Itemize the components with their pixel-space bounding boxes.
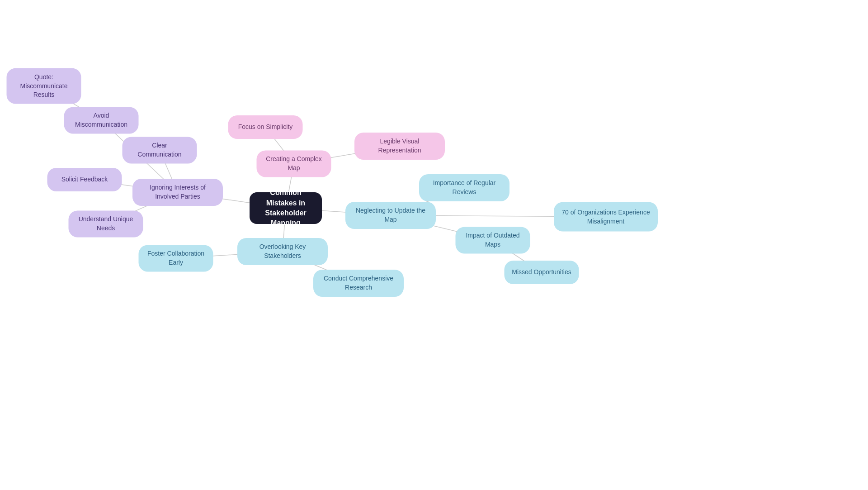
node-quote_misc[interactable]: Quote: Miscommunicate Results	[7, 68, 81, 104]
node-org_misalignment[interactable]: 70 of Organizations Experience Misalignm…	[554, 202, 658, 232]
node-legible_visual[interactable]: Legible Visual Representation	[354, 133, 445, 160]
node-impact_outdated[interactable]: Impact of Outdated Maps	[456, 227, 530, 253]
node-missed_opp[interactable]: Missed Opportunities	[505, 261, 579, 284]
mindmap-container: Common Mistakes in Stakeholder MappingCr…	[0, 0, 868, 490]
node-center[interactable]: Common Mistakes in Stakeholder Mapping	[250, 192, 322, 224]
node-avoid_misc[interactable]: Avoid Miscommunication	[64, 107, 139, 133]
node-overlooking_key[interactable]: Overlooking Key Stakeholders	[237, 238, 328, 265]
node-clear_comm[interactable]: Clear Communication	[123, 137, 197, 163]
node-solicit_feedback[interactable]: Solicit Feedback	[47, 168, 122, 191]
node-conduct_research[interactable]: Conduct Comprehensive Research	[313, 270, 404, 297]
connections-svg	[0, 0, 868, 490]
node-understand_needs[interactable]: Understand Unique Needs	[69, 210, 143, 237]
node-creating_complex_map[interactable]: Creating a Complex Map	[257, 150, 331, 177]
node-focus_simplicity[interactable]: Focus on Simplicity	[228, 115, 303, 139]
node-foster_collab[interactable]: Foster Collaboration Early	[139, 245, 213, 271]
node-importance_reviews[interactable]: Importance of Regular Reviews	[419, 174, 509, 201]
node-ignoring_interests[interactable]: Ignoring Interests of Involved Parties	[132, 179, 223, 206]
node-neglecting_update[interactable]: Neglecting to Update the Map	[345, 202, 436, 229]
